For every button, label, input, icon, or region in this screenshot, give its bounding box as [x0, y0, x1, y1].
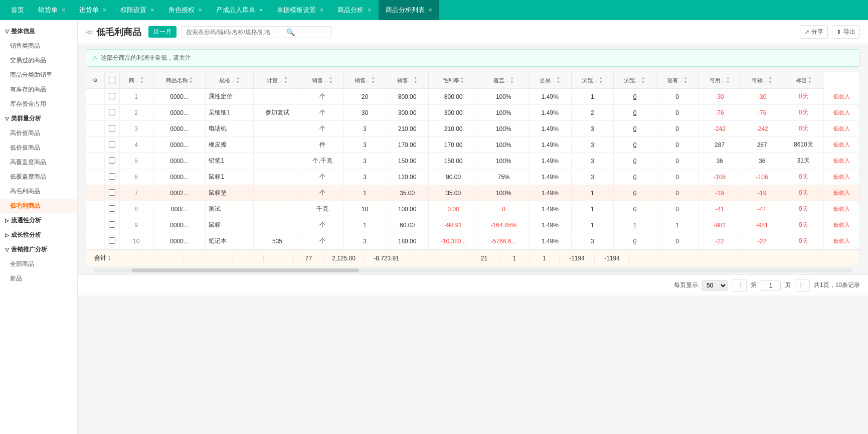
row-name-4[interactable]: 铅笔1 — [206, 153, 253, 169]
row-name-0[interactable]: 属性定价 — [206, 89, 253, 105]
row-checkbox-0[interactable] — [104, 89, 119, 105]
row-checkbox-1[interactable] — [104, 105, 119, 121]
sidebar-item-category-sales-rate[interactable]: 商品分类助销率 — [0, 68, 77, 82]
th-name[interactable]: 商品名称▲▼ — [153, 72, 206, 89]
row-browse1-6[interactable]: 0 — [614, 185, 656, 201]
sidebar-section-overall[interactable]: ▽ 整体信息 — [0, 24, 77, 39]
close-permission-icon[interactable]: × — [150, 6, 154, 14]
sidebar-item-low-margin[interactable]: 低毛利商品 — [0, 199, 77, 213]
row-checkbox-4[interactable] — [104, 153, 119, 169]
row-browse1-1[interactable]: 0 — [614, 105, 656, 121]
nav-permission-settings[interactable]: 权限设置 × — [113, 0, 161, 20]
page-number-input[interactable] — [761, 280, 781, 291]
row-browse1-3[interactable]: 0 — [614, 137, 656, 153]
nav-role-auth[interactable]: 角色授权 × — [161, 0, 209, 20]
th-tag[interactable]: 标签▲▼ — [783, 72, 824, 89]
row-browse1-7[interactable]: 0 — [614, 201, 656, 217]
search-input[interactable] — [186, 29, 286, 36]
row-name-6[interactable]: 鼠标垫 — [206, 185, 253, 201]
sidebar-item-all-goods[interactable]: 全部商品 — [0, 257, 77, 271]
sidebar-section-growth[interactable]: ▷ 成长性分析 — [0, 228, 77, 242]
row-name-1[interactable]: 吴细细1 — [206, 105, 253, 121]
row-name-2[interactable]: 电话机 — [206, 121, 253, 137]
th-gross-margin[interactable]: 毛利率▲▼ — [428, 72, 478, 89]
close-sales-order-icon[interactable]: × — [62, 6, 66, 14]
row-checkbox-6[interactable] — [104, 185, 119, 201]
row-browse1-9[interactable]: 0 — [614, 233, 656, 249]
nav-sales-order[interactable]: 销货单 × — [31, 0, 72, 20]
sidebar-collapse-btn[interactable]: ≪ — [86, 28, 93, 36]
sidebar-item-traded-goods[interactable]: 交易过的商品 — [0, 53, 77, 68]
nav-product-analysis-list[interactable]: 商品分析列表 × — [379, 0, 439, 20]
row-checkbox-3[interactable] — [104, 137, 119, 153]
row-checkbox-9[interactable] — [104, 233, 119, 249]
sidebar-section-cluster[interactable]: ▽ 类群量分析 — [0, 111, 77, 126]
th-browse2[interactable]: 浏览...▲▼ — [614, 72, 656, 89]
sidebar-item-low-value[interactable]: 低价值商品 — [0, 140, 77, 155]
row-checkbox-2[interactable] — [104, 121, 119, 137]
close-analysis-list-icon[interactable]: × — [428, 6, 432, 14]
th-settings[interactable]: ⚙ — [86, 72, 104, 89]
row-select-2[interactable] — [109, 125, 115, 131]
row-select-8[interactable] — [109, 221, 115, 228]
row-select-4[interactable] — [109, 157, 115, 164]
nav-product-analysis[interactable]: 商品分析 × — [330, 0, 378, 20]
th-unit[interactable]: 计量...▲▼ — [253, 72, 301, 89]
sidebar-item-inventory-capital[interactable]: 库存资金占用 — [0, 97, 77, 111]
row-browse1-5[interactable]: 0 — [614, 169, 656, 185]
th-checkbox[interactable] — [104, 72, 119, 89]
th-sellable-days[interactable]: 可销...▲▼ — [741, 72, 783, 89]
row-checkbox-8[interactable] — [104, 217, 119, 233]
share-button[interactable]: ↗ 分享 — [800, 25, 828, 39]
th-browse1[interactable]: 浏览...▲▼ — [571, 72, 614, 89]
nav-template-settings[interactable]: 单据模板设置 × — [270, 0, 330, 20]
nav-product-entry[interactable]: 产成品入库单 × — [209, 0, 270, 20]
row-select-7[interactable] — [109, 205, 115, 212]
sidebar-item-high-margin[interactable]: 高毛利商品 — [0, 184, 77, 199]
row-select-9[interactable] — [109, 237, 115, 244]
row-browse1-4[interactable]: 0 — [614, 153, 656, 169]
close-role-icon[interactable]: × — [198, 6, 202, 14]
th-sale-amount[interactable]: 销售...▲▼ — [386, 72, 429, 89]
th-sale-qty[interactable]: 销售...▲▼ — [301, 72, 344, 89]
row-browse1-0[interactable]: 0 — [614, 89, 656, 105]
nav-home[interactable]: 首页 — [4, 0, 31, 20]
row-name-9[interactable]: 笔记本 — [206, 233, 253, 249]
next-page-button[interactable]: 〉 — [795, 279, 810, 292]
row-browse1-8[interactable]: 1 — [614, 217, 656, 233]
row-checkbox-7[interactable] — [104, 201, 119, 217]
sidebar-section-marketing[interactable]: ▽ 营销推广分析 — [0, 242, 77, 257]
row-name-7[interactable]: 测试 — [206, 201, 253, 217]
th-code[interactable]: 商...▲▼ — [119, 72, 153, 89]
th-trade-count[interactable]: 交易...▲▼ — [529, 72, 572, 89]
row-select-0[interactable] — [109, 93, 115, 99]
period-tag-button[interactable]: 近一月 — [148, 26, 177, 38]
row-select-3[interactable] — [109, 141, 115, 148]
th-coverage[interactable]: 覆盖...▲▼ — [478, 72, 529, 89]
th-available-stock[interactable]: 可用...▲▼ — [699, 72, 741, 89]
th-current-stock[interactable]: 现有...▲▼ — [656, 72, 699, 89]
th-sale-price[interactable]: 销售...▲▼ — [343, 72, 386, 89]
row-select-6[interactable] — [109, 189, 115, 196]
th-spec[interactable]: 规格...▲▼ — [206, 72, 253, 89]
row-browse1-2[interactable]: 0 — [614, 121, 656, 137]
row-select-5[interactable] — [109, 173, 115, 180]
row-name-8[interactable]: 鼠标 — [206, 217, 253, 233]
search-icon[interactable]: 🔍 — [286, 28, 295, 36]
row-checkbox-5[interactable] — [104, 169, 119, 185]
close-template-icon[interactable]: × — [320, 6, 324, 14]
close-product-icon[interactable]: × — [259, 6, 263, 14]
sidebar-item-sales-goods[interactable]: 销售类商品 — [0, 39, 77, 53]
prev-page-button[interactable]: 〈 — [732, 279, 747, 292]
sidebar-item-inventory-goods[interactable]: 有库存的商品 — [0, 82, 77, 97]
nav-purchase-order[interactable]: 进货单 × — [72, 0, 113, 20]
sidebar-item-high-value[interactable]: 高价值商品 — [0, 126, 77, 140]
export-button[interactable]: ⬆ 导出 — [832, 25, 860, 39]
sidebar-item-low-coverage[interactable]: 低覆盖度商品 — [0, 170, 77, 184]
page-size-select[interactable]: 50 100 200 — [702, 280, 728, 291]
sidebar-section-circulation[interactable]: ▷ 流通性分析 — [0, 213, 77, 228]
close-analysis-icon[interactable]: × — [368, 6, 372, 14]
select-all-checkbox[interactable] — [109, 77, 115, 83]
row-name-3[interactable]: 橡皮擦 — [206, 137, 253, 153]
row-select-1[interactable] — [109, 109, 115, 115]
